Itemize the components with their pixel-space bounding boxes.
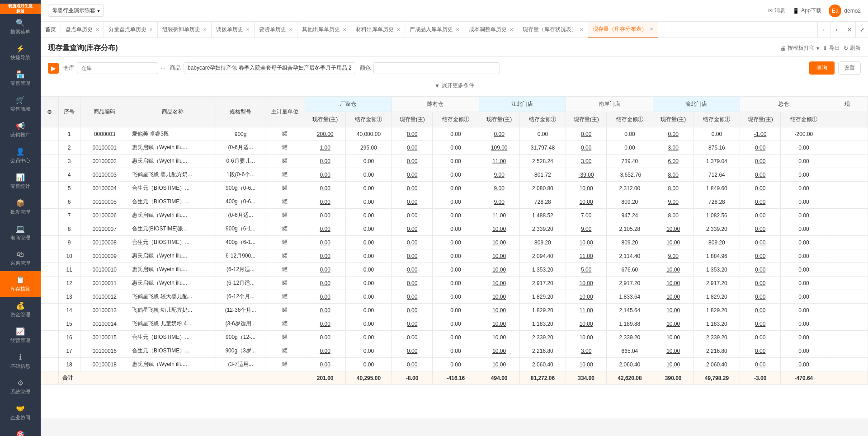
tab-close-3[interactable]: ✕ xyxy=(203,27,207,32)
changjia-amt-cell: 0.00 xyxy=(345,304,392,317)
table-row: 16 00100015 合生元（BIOSTIME）... 900g（12-...… xyxy=(41,331,868,344)
sidebar-item-13[interactable]: ℹ基础信息 xyxy=(0,348,41,374)
tab-item-3[interactable]: 组装拆卸单历史✕ xyxy=(158,22,212,38)
tab-item-1[interactable]: 盘点单历史✕ xyxy=(61,22,104,38)
jiangbei-qty-cell: 9.00 xyxy=(479,168,519,182)
table-container[interactable]: ⚙ 序号 商品编码 商品名称 规格型号 主计量单位 厂家仓 陈村仓 江北门店 南… xyxy=(41,96,868,418)
current-cell xyxy=(827,358,868,371)
tab-close-7[interactable]: ✕ xyxy=(396,27,400,32)
sidebar-item-4[interactable]: 📢营销推广 xyxy=(0,117,41,143)
changjia-amt-cell: 0.00 xyxy=(345,358,392,371)
tab-close-2[interactable]: ✕ xyxy=(149,27,153,32)
industry-dropdown[interactable]: 母婴行业演示陈套 ▾ xyxy=(48,5,104,17)
message-btn[interactable]: ✉ 消息 xyxy=(768,7,785,14)
name-cell: 飞鹤星飞帆 婴儿配方奶... xyxy=(129,168,216,182)
tab-close-10[interactable]: ✕ xyxy=(580,27,583,32)
yubei-qty-cell: 10.00 xyxy=(653,317,693,331)
goods-input[interactable] xyxy=(184,62,355,74)
spec-cell: (12-36个月... xyxy=(216,304,265,317)
jiangbei-qty-cell: 10.00 xyxy=(479,290,519,304)
sidebar-item-3[interactable]: 🛒零售商城 xyxy=(0,91,41,117)
sidebar-item-7[interactable]: 📦批发管理 xyxy=(0,194,41,220)
name-cell: 飞鹤星飞帆 儿童奶粉 4... xyxy=(129,317,216,331)
table-row: 17 00100016 合生元（BIOSTIME）... 900g（3岁... … xyxy=(41,344,868,358)
sidebar-item-11[interactable]: 💰资金管理 xyxy=(0,297,41,323)
total-amt-cell: 0.00 xyxy=(781,344,827,358)
jiangbei-amt-cell: 1,488.52 xyxy=(519,209,566,222)
no-cell: 6 xyxy=(58,195,80,209)
tab-item-5[interactable]: 要货单历史✕ xyxy=(255,22,297,38)
settings-cell xyxy=(41,317,59,331)
tab-item-7[interactable]: 材料出库单历史✕ xyxy=(351,22,405,38)
sidebar-item-10[interactable]: 📋库存核算 xyxy=(0,271,41,297)
changjia-qty-cell: 0.00 xyxy=(305,182,345,195)
settings-cell xyxy=(41,182,59,195)
warehouse-input[interactable] xyxy=(77,62,158,74)
collapse-btn[interactable]: ▶ xyxy=(48,63,59,74)
nanan-qty-cell: 10.00 xyxy=(566,290,607,304)
no-cell: 3 xyxy=(58,155,80,168)
tab-next-btn[interactable]: › xyxy=(830,22,843,38)
tab-item-4[interactable]: 调拨单历史✕ xyxy=(212,22,255,38)
tab-close-4[interactable]: ✕ xyxy=(246,27,250,32)
sidebar-item-1[interactable]: ⚡快捷导航 xyxy=(0,40,41,66)
tab-expand-btn[interactable]: ⤢ xyxy=(855,22,868,38)
code-cell: 00100004 xyxy=(80,182,129,195)
tab-item-9[interactable]: 成本调整单历史✕ xyxy=(464,22,518,38)
tab-item-8[interactable]: 产成品入库单历史✕ xyxy=(405,22,464,38)
refresh-btn[interactable]: ↻ 刷新 xyxy=(844,44,861,52)
total-amt-cell: 0.00 xyxy=(781,358,827,371)
nanan-qty-cell: 3.00 xyxy=(566,155,607,168)
sidebar-item-2[interactable]: 🏪零售管理 xyxy=(0,66,41,91)
tab-label-5: 要货单历史 xyxy=(259,26,286,33)
sum-total-qty: -3.00 xyxy=(740,371,781,385)
chen-qty-cell: 0.00 xyxy=(392,195,433,209)
changjia-amt-cell: 0.00 xyxy=(345,222,392,236)
export-label: 导出 xyxy=(829,44,840,52)
chen-qty-cell: 0.00 xyxy=(392,358,433,371)
sidebar-item-16[interactable]: 🎯新手引导 xyxy=(0,426,41,436)
tab-close-6[interactable]: ✕ xyxy=(343,27,346,32)
no-cell: 8 xyxy=(58,222,80,236)
tab-prev-btn[interactable]: ‹ xyxy=(817,22,830,38)
tab-item-11[interactable]: 现存量（库存分布表）✕ xyxy=(588,22,658,38)
color-input[interactable] xyxy=(373,62,500,74)
sidebar-item-5[interactable]: 👤会员中心 xyxy=(0,143,41,169)
user-area[interactable]: Ea demo2 xyxy=(829,5,861,17)
tab-item-2[interactable]: 分量盘点单历史✕ xyxy=(104,22,158,38)
tab-item-10[interactable]: 现存量（库存状况表）✕ xyxy=(518,22,588,38)
tab-close-11[interactable]: ✕ xyxy=(650,27,653,32)
changjia-amt-cell: 0.00 xyxy=(345,277,392,290)
tab-close-5[interactable]: ✕ xyxy=(289,27,292,32)
sidebar-item-14[interactable]: ⚙系统管理 xyxy=(0,374,41,400)
changjia-qty-cell: 0.00 xyxy=(305,209,345,222)
tab-item-0[interactable]: 首页 xyxy=(41,22,61,38)
yubei-qty-cell: 0.00 xyxy=(653,127,693,141)
chen-amt-cell: 0.00 xyxy=(433,236,479,249)
tab-close-1[interactable]: ✕ xyxy=(95,27,99,32)
unit-cell: 罐 xyxy=(265,304,305,317)
print-btn[interactable]: 🖨 按模板打印 ▾ xyxy=(780,44,819,52)
export-btn[interactable]: ⬇ 导出 xyxy=(823,44,840,52)
tab-item-6[interactable]: 其他出库单历史✕ xyxy=(297,22,351,38)
tab-close-9[interactable]: ✕ xyxy=(509,27,513,32)
sidebar-item-9[interactable]: 🛍采购管理 xyxy=(0,246,41,271)
settings-cell xyxy=(41,141,59,155)
sidebar-item-6[interactable]: 📊零售统计 xyxy=(0,169,41,194)
yubei-qty-cell: 10.00 xyxy=(653,222,693,236)
tab-close-8[interactable]: ✕ xyxy=(456,27,459,32)
changjia-amt-cell: 0.00 xyxy=(345,168,392,182)
tab-close-btn[interactable]: ✕ xyxy=(843,22,855,38)
sidebar-item-8[interactable]: 💻电商管理 xyxy=(0,220,41,246)
settings-btn[interactable]: 设置 xyxy=(838,61,861,75)
sidebar-item-15[interactable]: 🤝企业协同 xyxy=(0,400,41,426)
unit-col-header: 主计量单位 xyxy=(265,97,305,127)
settings-col-header[interactable]: ⚙ xyxy=(41,97,59,127)
sidebar-item-0[interactable]: 🔍搜索英单 xyxy=(0,14,41,40)
sidebar-item-12[interactable]: 📈经营管理 xyxy=(0,323,41,348)
tab-label-0: 首页 xyxy=(45,26,56,33)
app-download-btn[interactable]: 📱 App下载 xyxy=(793,7,821,14)
expand-more-btn[interactable]: ▼ 展开更多条件 xyxy=(48,80,861,91)
jiangbei-amt-cell: 0.00 xyxy=(519,127,566,141)
query-btn[interactable]: 查询 xyxy=(809,61,835,75)
